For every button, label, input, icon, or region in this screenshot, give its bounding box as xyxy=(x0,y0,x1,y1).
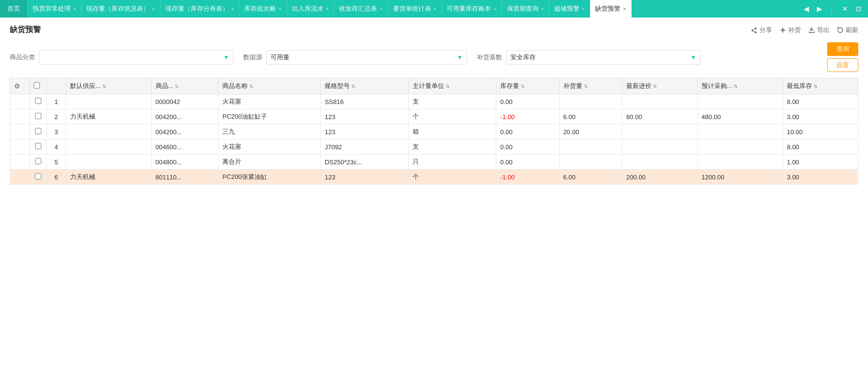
nav-tab-4[interactable]: 库存批次账× xyxy=(239,0,287,18)
page-title: 缺货预警 xyxy=(10,25,41,35)
nav-tab-11[interactable]: 缺货预警× xyxy=(590,0,631,18)
nav-tab-close-4[interactable]: × xyxy=(278,6,281,12)
unit-sort[interactable]: 主计量单位 ⇅ xyxy=(413,82,450,90)
row-stock-5: -1.00 xyxy=(496,170,560,185)
col-unit-header: 主计量单位 ⇅ xyxy=(409,78,496,94)
row-spec-3: J7092 xyxy=(321,140,409,155)
nav-tab-close-2[interactable]: × xyxy=(152,6,155,12)
row-stock-4: 0.00 xyxy=(496,155,560,170)
row-est-purchase-0 xyxy=(697,94,783,109)
replenish-icon xyxy=(779,27,786,34)
row-check-1 xyxy=(30,109,47,124)
row-replenish-2: 20.00 xyxy=(559,124,622,140)
refresh-icon xyxy=(837,27,844,34)
row-supplier-3 xyxy=(66,140,152,155)
page-content: 缺货预警 分享 补货 导出 刷新 商品分类 ▼ xyxy=(0,18,868,387)
setting-button[interactable]: 设置 xyxy=(827,58,858,72)
row-check-4 xyxy=(30,155,47,170)
row-supplier-0 xyxy=(66,94,152,109)
row-name-1: PC200油缸缸子 xyxy=(218,109,321,124)
commodity-select-arrow: ▼ xyxy=(223,54,229,61)
row-checkbox-3[interactable] xyxy=(35,143,41,149)
code-sort[interactable]: 商品... ⇅ xyxy=(156,82,179,90)
row-name-0: 火花塞 xyxy=(218,94,321,109)
nav-tab-6[interactable]: 收发存汇总表× xyxy=(334,0,388,18)
nav-tab-0[interactable]: 首页 xyxy=(0,0,28,18)
commodity-select[interactable]: ▼ xyxy=(39,50,234,65)
price-sort[interactable]: 最新进价 ⇅ xyxy=(626,82,657,90)
row-setting-2 xyxy=(10,124,30,140)
row-min-stock-1: 3.00 xyxy=(783,109,858,124)
nav-tab-close-11[interactable]: × xyxy=(623,6,626,12)
col-spec-header: 规格型号 ⇅ xyxy=(321,78,409,94)
datasource-label: 数据源 xyxy=(243,53,262,62)
row-setting-3 xyxy=(10,140,30,155)
filter-buttons: 查询 设置 xyxy=(827,42,858,72)
nav-tab-close-8[interactable]: × xyxy=(493,6,496,12)
export-icon xyxy=(808,27,815,34)
est-purchase-sort[interactable]: 预计采购... ⇅ xyxy=(702,82,738,90)
row-code-4: 004800... xyxy=(151,155,218,170)
datasource-value: 可用量 xyxy=(271,53,289,62)
supplier-sort[interactable]: 默认供应... ⇅ xyxy=(70,82,106,90)
select-all-checkbox[interactable] xyxy=(34,82,40,88)
replenish-base-select[interactable]: 安全库存 ▼ xyxy=(506,50,701,65)
table-row: 3 004200... 三九 123 箱 0.00 20.00 10.00 xyxy=(10,124,858,140)
nav-tab-1[interactable]: 拣货异常处理× xyxy=(28,0,81,18)
query-button[interactable]: 查询 xyxy=(827,42,858,56)
commodity-label: 商品分类 xyxy=(10,53,35,62)
row-est-purchase-1: 480.00 xyxy=(697,109,783,124)
table-row: 4 004600... 火花塞 J7092 支 0.00 8.00 xyxy=(10,140,858,155)
nav-tab-7[interactable]: 要货单统计表× xyxy=(388,0,442,18)
nav-tab-close-3[interactable]: × xyxy=(231,6,234,12)
nav-close-btn[interactable]: ✕ xyxy=(838,5,852,13)
row-setting-4 xyxy=(10,155,30,170)
col-replenish-header: 补货量 ⇅ xyxy=(559,78,622,94)
nav-tab-2[interactable]: 现存量（库存状况表）× xyxy=(81,0,160,18)
datasource-select[interactable]: 可用量 ▼ xyxy=(266,50,467,65)
spec-sort[interactable]: 规格型号 ⇅ xyxy=(325,82,355,90)
row-spec-0: SS816 xyxy=(321,94,409,109)
nav-tab-close-10[interactable]: × xyxy=(582,6,585,12)
row-code-0: 0000042 xyxy=(151,94,218,109)
nav-tab-close-7[interactable]: × xyxy=(434,6,436,12)
share-btn[interactable]: 分享 xyxy=(751,26,772,35)
stock-sort[interactable]: 库存量 ⇅ xyxy=(500,82,524,90)
nav-tab-close-6[interactable]: × xyxy=(380,6,382,12)
col-num-header xyxy=(47,78,66,94)
nav-next-btn[interactable]: ▶ xyxy=(813,5,826,13)
nav-tab-5[interactable]: 出入库流水× xyxy=(287,0,334,18)
row-checkbox-5[interactable] xyxy=(35,173,41,179)
refresh-btn[interactable]: 刷新 xyxy=(837,26,858,35)
row-min-stock-5: 3.00 xyxy=(783,170,858,185)
col-check-header xyxy=(30,78,47,94)
nav-tab-close-1[interactable]: × xyxy=(73,6,76,12)
row-min-stock-2: 10.00 xyxy=(783,124,858,140)
row-checkbox-2[interactable] xyxy=(35,128,41,134)
row-unit-0: 支 xyxy=(409,94,496,109)
nav-tab-3[interactable]: 现存量（库存分布表）× xyxy=(161,0,239,18)
table-row: 1 0000042 火花塞 SS816 支 0.00 8.00 xyxy=(10,94,858,109)
min-stock-sort[interactable]: 最低库存 ⇅ xyxy=(787,82,817,90)
row-min-stock-4: 1.00 xyxy=(783,155,858,170)
nav-prev-btn[interactable]: ◀ xyxy=(800,5,813,13)
row-code-3: 004600... xyxy=(151,140,218,155)
replenish-btn[interactable]: 补货 xyxy=(779,26,801,35)
nav-tab-8[interactable]: 可用量库存账本× xyxy=(442,0,502,18)
nav-arrows: ◀ ▶ │ ✕ ⊡ xyxy=(800,5,868,13)
replenish-sort[interactable]: 补货量 ⇅ xyxy=(563,82,588,90)
export-btn[interactable]: 导出 xyxy=(808,26,830,35)
nav-tab-10[interactable]: 超储预警× xyxy=(549,0,590,18)
nav-tab-9[interactable]: 保质期查询× xyxy=(502,0,549,18)
row-est-purchase-5: 1200.00 xyxy=(697,170,783,185)
row-checkbox-4[interactable] xyxy=(35,158,41,164)
nav-tab-close-5[interactable]: × xyxy=(326,6,329,12)
table-row: 2 力天机械 004200... PC200油缸缸子 123 个 -1.00 6… xyxy=(10,109,858,124)
row-replenish-1: 6.00 xyxy=(559,109,622,124)
nav-tab-close-9[interactable]: × xyxy=(541,6,544,12)
gear-icon[interactable]: ⚙ xyxy=(14,82,20,90)
row-checkbox-1[interactable] xyxy=(35,113,41,119)
nav-expand-btn[interactable]: ⊡ xyxy=(852,5,866,13)
row-checkbox-0[interactable] xyxy=(35,98,41,104)
name-sort[interactable]: 商品名称 ⇅ xyxy=(222,82,253,90)
